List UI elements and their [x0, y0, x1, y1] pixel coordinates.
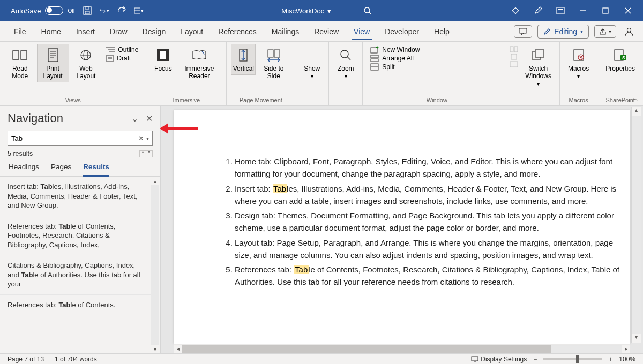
navtab-headings[interactable]: Headings [9, 163, 39, 176]
maximize-button[interactable] [600, 5, 611, 16]
document-page[interactable]: Home tab: Clipboard, Font, Paragraph, St… [174, 110, 630, 344]
tab-layout[interactable]: Layout [173, 23, 211, 40]
switch-windows-button[interactable]: Switch Windows ▾ [521, 44, 555, 104]
horizontal-scrollbar[interactable]: ◂▸ [174, 344, 630, 353]
split-button[interactable]: Split [370, 63, 503, 71]
share-button[interactable]: ▾ [594, 25, 616, 38]
group-label-immersive: Immersive [173, 97, 200, 104]
zoom-slider[interactable] [543, 358, 602, 360]
result-item[interactable]: Citations & Bibliography, Captions, Inde… [0, 255, 151, 295]
document-title[interactable]: MiscWorkDoc ▾ [281, 7, 331, 15]
immersive-reader-button[interactable]: Immersive Reader [176, 44, 222, 82]
tab-help[interactable]: Help [427, 23, 457, 40]
comments-button[interactable] [514, 25, 532, 38]
status-bar: Page 7 of 13 1 of 704 words Display Sett… [0, 353, 643, 364]
autosave-toggle[interactable]: AutoSave Off [11, 6, 75, 15]
autosave-state: Off [68, 8, 74, 14]
svg-text:+: + [376, 46, 379, 50]
save-icon[interactable] [83, 6, 92, 16]
list-item: Design tab: Themes, Document Formatting,… [235, 209, 630, 234]
new-window-button[interactable]: +New Window [370, 46, 503, 54]
word-count[interactable]: 1 of 704 words [55, 355, 97, 363]
chevron-down-icon[interactable]: ⌄ [131, 113, 138, 124]
show-dropdown[interactable]: Show▾ [300, 44, 324, 82]
account-icon[interactable] [622, 26, 637, 37]
list-item: References tab: Table of Contents, Footn… [235, 263, 630, 289]
properties-button[interactable]: SProperties [602, 44, 639, 75]
result-count: 5 results [8, 150, 33, 157]
redo-icon[interactable] [117, 6, 126, 16]
navtab-pages[interactable]: Pages [51, 163, 71, 176]
draft-button[interactable]: Draft [106, 55, 138, 62]
qat-customize-icon[interactable]: ▾ [134, 6, 144, 16]
tab-mailings[interactable]: Mailings [264, 23, 306, 40]
svg-rect-0 [84, 7, 91, 14]
tab-review[interactable]: Review [306, 23, 346, 40]
result-item[interactable]: References tab: Table of Contents. [0, 295, 151, 316]
zoom-level[interactable]: 100% [619, 355, 635, 363]
group-label-page-movement: Page Movement [240, 97, 282, 104]
undo-icon[interactable]: ▾ [100, 6, 109, 16]
search-dropdown-icon[interactable]: ▾ [146, 135, 149, 141]
svg-rect-2 [85, 11, 89, 14]
svg-line-6 [369, 12, 371, 14]
minimize-button[interactable] [578, 5, 588, 16]
arrange-all-button[interactable]: Arrange All [370, 55, 503, 62]
navtab-results[interactable]: Results [83, 163, 109, 177]
svg-rect-9 [558, 9, 563, 10]
result-nav-arrows[interactable]: ˄˅ [139, 150, 153, 157]
svg-rect-16 [48, 49, 58, 62]
zoom-button[interactable]: Zoom▾ [333, 44, 358, 82]
tab-developer[interactable]: Developer [377, 23, 427, 40]
tab-insert[interactable]: Insert [69, 23, 102, 40]
ribbon-tabs: FileHomeInsertDrawDesignLayoutReferences… [0, 21, 643, 42]
search-input-wrapper[interactable]: ✕ ▾ [8, 131, 153, 146]
list-item: Home tab: Clipboard, Font, Paragraph, St… [235, 155, 630, 180]
tab-references[interactable]: References [211, 23, 264, 40]
svg-rect-27 [107, 55, 113, 62]
view-side-by-side-button [510, 46, 518, 52]
web-layout-button[interactable]: Web Layout [70, 44, 102, 82]
vertical-button[interactable]: Vertical [231, 44, 256, 75]
search-input[interactable] [11, 134, 136, 142]
tab-view[interactable]: View [346, 23, 377, 40]
editing-mode-button[interactable]: Editing ▾ [537, 25, 589, 39]
group-label-views: Views [65, 97, 81, 104]
navpane-scrollbar[interactable]: ▴▾ [151, 177, 159, 353]
svg-rect-35 [274, 50, 280, 57]
collapse-ribbon-icon[interactable]: ︿ [632, 94, 639, 103]
reset-window-button [510, 61, 518, 67]
result-item[interactable]: Insert tab: Tables, Illustrations, Add-i… [0, 177, 151, 216]
result-item[interactable]: References tab: Table of Contents, Footn… [0, 216, 151, 256]
svg-rect-31 [160, 51, 166, 59]
clear-search-icon[interactable]: ✕ [136, 134, 146, 142]
svg-rect-7 [512, 7, 518, 13]
tab-draw[interactable]: Draw [102, 23, 135, 40]
svg-rect-11 [603, 8, 608, 13]
tab-file[interactable]: File [6, 23, 34, 40]
tab-design[interactable]: Design [135, 23, 174, 40]
zoom-in-button[interactable]: + [609, 355, 612, 363]
vertical-scrollbar[interactable]: ▴▾ [631, 107, 641, 343]
page-indicator[interactable]: Page 7 of 13 [8, 355, 44, 363]
zoom-out-button[interactable]: − [533, 355, 537, 363]
brush-icon[interactable] [533, 5, 543, 16]
focus-button[interactable]: Focus [151, 44, 175, 75]
tab-home[interactable]: Home [34, 23, 69, 40]
macros-button[interactable]: Macros▾ [564, 44, 593, 82]
side-to-side-button[interactable]: Side to Side [257, 44, 290, 82]
close-button[interactable] [623, 5, 633, 16]
pencil-icon [543, 28, 551, 35]
search-icon[interactable] [363, 6, 372, 15]
ribbon-display-icon[interactable] [555, 5, 566, 16]
svg-rect-34 [268, 50, 273, 57]
display-settings-button[interactable]: Display Settings [471, 355, 527, 363]
close-pane-icon[interactable]: ✕ [146, 113, 153, 124]
read-mode-button[interactable]: Read Mode [4, 44, 36, 82]
svg-point-5 [364, 7, 370, 13]
toggle-off-icon [45, 6, 63, 15]
outline-button[interactable]: Outline [106, 46, 138, 54]
print-layout-button[interactable]: Print Layout [37, 44, 69, 82]
diamond-icon[interactable] [510, 5, 521, 16]
svg-rect-47 [511, 54, 517, 59]
